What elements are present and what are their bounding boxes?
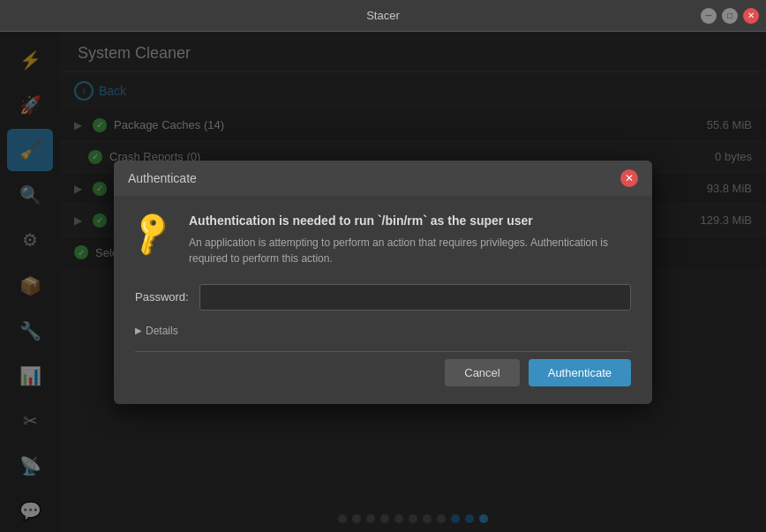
app-title: Stacer: [366, 9, 400, 22]
dialog-text: Authentication is needed to run `/bin/rm…: [189, 214, 631, 266]
title-bar: Stacer ─ □ ✕: [0, 0, 766, 32]
dialog-overlay: Authenticate ✕ 🔑 Authentication is neede…: [0, 32, 766, 532]
password-input[interactable]: [199, 284, 631, 311]
cancel-button[interactable]: Cancel: [445, 359, 519, 386]
window-controls: ─ □ ✕: [701, 8, 759, 24]
dialog-body: 🔑 Authentication is needed to run `/bin/…: [114, 196, 652, 404]
dialog-title: Authenticate: [128, 171, 197, 185]
dialog-main: 🔑 Authentication is needed to run `/bin/…: [135, 214, 631, 266]
minimize-button[interactable]: ─: [701, 8, 717, 24]
dialog-footer: Cancel Authenticate: [135, 351, 631, 386]
chevron-right-icon: ▶: [135, 326, 142, 335]
details-label: Details: [146, 325, 178, 337]
details-toggle[interactable]: ▶ Details: [135, 325, 631, 337]
maximize-button[interactable]: □: [722, 8, 738, 24]
close-button[interactable]: ✕: [743, 8, 759, 24]
dialog-close-button[interactable]: ✕: [620, 169, 638, 187]
key-icon: 🔑: [124, 206, 185, 272]
dialog-description: An application is attempting to perform …: [189, 235, 631, 266]
password-label: Password:: [135, 290, 189, 303]
authenticate-dialog: Authenticate ✕ 🔑 Authentication is neede…: [114, 161, 652, 404]
dialog-titlebar: Authenticate ✕: [114, 161, 652, 196]
authenticate-button[interactable]: Authenticate: [529, 359, 631, 386]
dialog-heading: Authentication is needed to run `/bin/rm…: [189, 214, 631, 228]
password-row: Password:: [135, 284, 631, 311]
